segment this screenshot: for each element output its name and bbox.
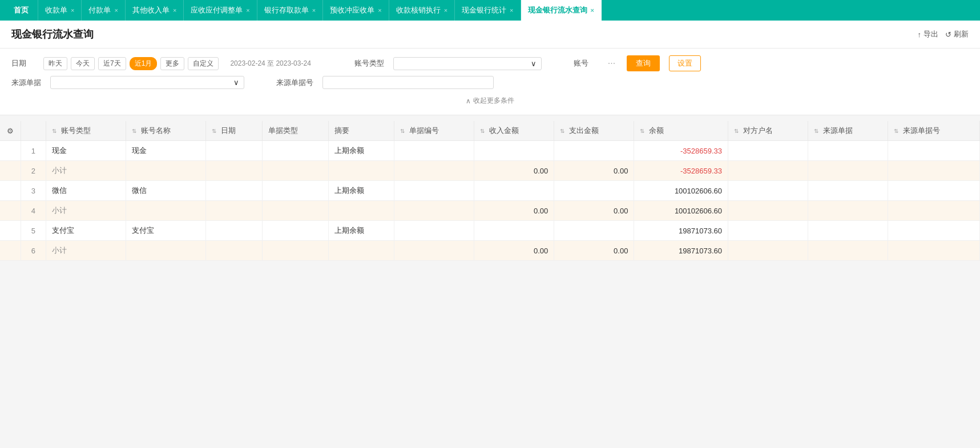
td-account-name xyxy=(126,201,206,221)
th-income[interactable]: ⇅ 收入金额 xyxy=(474,121,554,141)
td-date xyxy=(206,161,263,181)
date-btn-custom[interactable]: 自定义 xyxy=(188,57,219,70)
nav-tab-collection[interactable]: 收款核销执行 × xyxy=(389,0,455,21)
th-date[interactable]: ⇅ 日期 xyxy=(206,121,263,141)
source-doc-no-input[interactable] xyxy=(322,76,494,89)
td-doc-no xyxy=(394,161,474,181)
th-doc-no[interactable]: ⇅ 单据编号 xyxy=(394,121,474,141)
chevron-down-icon: ∨ xyxy=(233,78,239,87)
td-date xyxy=(206,241,263,261)
td-income xyxy=(474,141,554,161)
td-source-doc xyxy=(808,221,888,241)
chevron-up-icon: ∧ xyxy=(466,97,471,105)
table-row[interactable]: 4 小计 0.00 0.00 100102606.60 xyxy=(0,201,980,221)
close-icon[interactable]: × xyxy=(378,7,381,14)
refresh-button[interactable]: ↺ 刷新 xyxy=(945,29,969,39)
close-icon[interactable]: × xyxy=(591,7,594,14)
query-button[interactable]: 查询 xyxy=(627,55,660,71)
table-row[interactable]: 5 支付宝 支付宝 上期余额 19871073.60 xyxy=(0,221,980,241)
nav-tab-stats[interactable]: 现金银行统计 × xyxy=(455,0,521,21)
nav-tab-adjustment[interactable]: 应收应付调整单 × xyxy=(184,0,257,21)
td-doc-no xyxy=(394,141,474,161)
sort-icon: ⇅ xyxy=(52,128,57,134)
th-gear[interactable]: ⚙ xyxy=(0,121,21,141)
td-account-type: 小计 xyxy=(46,201,126,221)
nav-tab-cashflow[interactable]: 现金银行流水查询 × xyxy=(521,0,602,21)
td-summary: 上期余额 xyxy=(328,181,394,201)
nav-tab-receipt[interactable]: 收款单 × xyxy=(38,0,82,21)
th-expense[interactable]: ⇅ 支出金额 xyxy=(554,121,634,141)
close-icon[interactable]: × xyxy=(510,7,513,14)
td-index: 4 xyxy=(21,201,46,221)
account-type-select[interactable]: ∨ xyxy=(393,57,542,70)
settings-button[interactable]: 设置 xyxy=(669,55,701,71)
gear-icon: ⚙ xyxy=(7,127,14,135)
td-source-doc-no xyxy=(888,241,980,261)
header-actions: ↑ 导出 ↺ 刷新 xyxy=(918,29,969,39)
td-income xyxy=(474,221,554,241)
close-icon[interactable]: × xyxy=(444,7,447,14)
date-btn-more[interactable]: 更多 xyxy=(160,57,184,70)
sort-icon: ⇅ xyxy=(400,128,405,134)
td-doc-no xyxy=(394,241,474,261)
td-expense: 0.00 xyxy=(554,161,634,181)
close-icon[interactable]: × xyxy=(312,7,316,14)
td-gear xyxy=(0,241,21,261)
source-doc-select[interactable]: ∨ xyxy=(50,76,244,89)
th-source-doc-no[interactable]: ⇅ 来源单据号 xyxy=(888,121,980,141)
date-btn-7days[interactable]: 近7天 xyxy=(98,57,126,70)
date-options: 昨天 今天 近7天 近1月 更多 自定义 xyxy=(43,57,219,70)
td-source-doc-no xyxy=(888,181,980,201)
nav-tab-bank-deposit[interactable]: 银行存取款单 × xyxy=(257,0,323,21)
th-balance[interactable]: ⇅ 余额 xyxy=(634,121,728,141)
td-doc-no xyxy=(394,181,474,201)
source-doc-label: 来源单据 xyxy=(11,78,41,88)
td-gear xyxy=(0,201,21,221)
date-btn-yesterday[interactable]: 昨天 xyxy=(43,57,67,70)
td-summary xyxy=(328,161,394,181)
th-account-type[interactable]: ⇅ 账号类型 xyxy=(46,121,126,141)
table-row[interactable]: 6 小计 0.00 0.00 19871073.60 xyxy=(0,241,980,261)
th-doc-type: 单据类型 xyxy=(263,121,328,141)
filter-area: 日期 昨天 今天 近7天 近1月 更多 自定义 2023-02-24 至 202… xyxy=(0,49,980,115)
td-account-name xyxy=(126,161,206,181)
export-button[interactable]: ↑ 导出 xyxy=(918,29,939,39)
close-icon[interactable]: × xyxy=(173,7,176,14)
sort-icon: ⇅ xyxy=(212,128,216,134)
account-dots-button[interactable]: ··· xyxy=(606,58,618,68)
td-expense: 0.00 xyxy=(554,201,634,221)
table-row[interactable]: 1 现金 现金 上期余额 -3528659.33 xyxy=(0,141,980,161)
td-date xyxy=(206,221,263,241)
nav-tab-other-income[interactable]: 其他收入单 × xyxy=(126,0,184,21)
sort-icon: ⇅ xyxy=(814,128,818,134)
close-icon[interactable]: × xyxy=(114,7,118,14)
th-source-doc[interactable]: ⇅ 来源单据 xyxy=(808,121,888,141)
td-income: 0.00 xyxy=(474,161,554,181)
td-source-doc xyxy=(808,141,888,161)
date-btn-1month[interactable]: 近1月 xyxy=(130,57,158,70)
td-index: 5 xyxy=(21,221,46,241)
td-counterpart xyxy=(728,181,808,201)
td-summary: 上期余额 xyxy=(328,221,394,241)
collapse-bar[interactable]: ∧ 收起更多条件 xyxy=(11,94,969,110)
td-balance: 100102606.60 xyxy=(634,201,728,221)
table-row[interactable]: 2 小计 0.00 0.00 -3528659.33 xyxy=(0,161,980,181)
td-source-doc-no xyxy=(888,201,980,221)
nav-tab-advance[interactable]: 预收冲应收单 × xyxy=(323,0,389,21)
table-row[interactable]: 3 微信 微信 上期余额 100102606.60 xyxy=(0,181,980,201)
td-account-name: 微信 xyxy=(126,181,206,201)
close-icon[interactable]: × xyxy=(71,7,74,14)
nav-tab-home[interactable]: 首页 xyxy=(5,0,38,21)
nav-tab-payment[interactable]: 付款单 × xyxy=(82,0,125,21)
sort-icon: ⇅ xyxy=(734,128,739,134)
th-counterpart[interactable]: ⇅ 对方户名 xyxy=(728,121,808,141)
th-account-name[interactable]: ⇅ 账号名称 xyxy=(126,121,206,141)
close-icon[interactable]: × xyxy=(246,7,249,14)
sort-icon: ⇅ xyxy=(560,128,564,134)
td-account-name: 支付宝 xyxy=(126,221,206,241)
td-doc-type xyxy=(263,201,328,221)
td-expense xyxy=(554,221,634,241)
date-btn-today[interactable]: 今天 xyxy=(71,57,95,70)
td-summary: 上期余额 xyxy=(328,141,394,161)
td-gear xyxy=(0,141,21,161)
